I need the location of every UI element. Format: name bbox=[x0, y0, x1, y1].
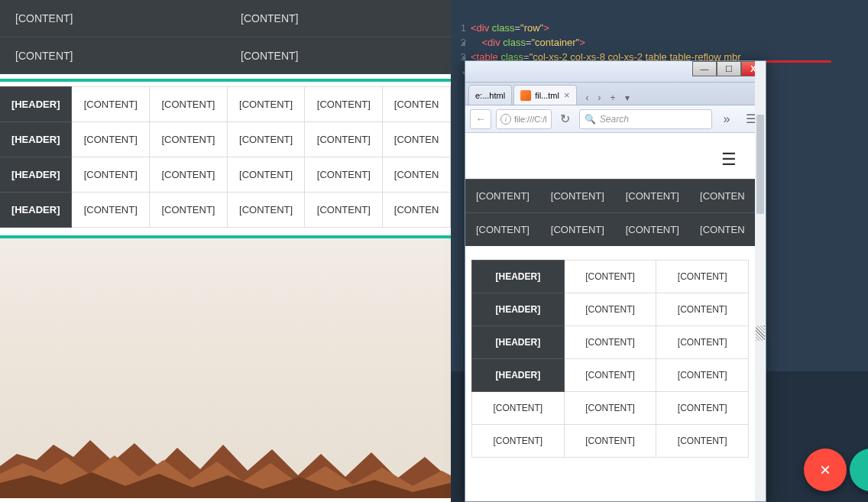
table-row: [CONTENT][CONTENT] bbox=[0, 0, 451, 37]
scrollbar-thumb[interactable] bbox=[756, 115, 764, 214]
info-icon[interactable]: i bbox=[500, 114, 511, 125]
mini-light-table: [HEADER][CONTENT][CONTENT] [HEADER][CONT… bbox=[471, 260, 749, 458]
cell: [CONTENT] bbox=[0, 37, 225, 75]
scrollbar-hatch-icon bbox=[756, 325, 765, 341]
tab-inactive[interactable]: e:...html bbox=[468, 85, 512, 105]
address-bar[interactable]: ifile:///C:/l bbox=[496, 109, 552, 129]
tab-label: e:...html bbox=[475, 91, 505, 100]
search-icon: 🔍 bbox=[585, 114, 596, 125]
back-button[interactable]: ← bbox=[470, 109, 491, 129]
table-row: [CONTENT][CONTENT][CONTENT][CONTEN bbox=[465, 213, 755, 247]
favicon-icon bbox=[520, 90, 531, 101]
refresh-button[interactable]: ↻ bbox=[556, 109, 575, 129]
search-placeholder: Search bbox=[600, 114, 629, 125]
left-preview-page: [CONTENT][CONTENT] [CONTENT][CONTENT] [H… bbox=[0, 0, 451, 502]
table-row: [HEADER][CONTENT][CONTENT][CONTENT][CONT… bbox=[0, 87, 451, 122]
scrollbar[interactable] bbox=[755, 61, 766, 501]
nav-toolbar: ← ifile:///C:/l ↻ 🔍Search » ☰ bbox=[465, 105, 766, 133]
table-row: [HEADER][CONTENT][CONTENT] bbox=[472, 326, 749, 359]
tab-history-back-icon[interactable]: ‹ bbox=[583, 91, 592, 105]
table-row: [HEADER][CONTENT][CONTENT][CONTENT][CONT… bbox=[0, 157, 451, 193]
browser-window: — ☐ X e:...html fil...tml× ‹ › + ▾ ← ifi… bbox=[465, 60, 766, 502]
minimize-button[interactable]: — bbox=[692, 61, 717, 76]
table-row: [CONTENT][CONTENT][CONTENT] bbox=[472, 392, 749, 425]
tab-label: fil...tml bbox=[535, 91, 559, 100]
tab-close-icon[interactable]: × bbox=[564, 89, 570, 101]
overflow-button[interactable]: » bbox=[717, 109, 737, 129]
table-row: [CONTENT][CONTENT][CONTENT] bbox=[472, 425, 749, 458]
rocks-illustration bbox=[0, 406, 451, 498]
cell: [CONTENT] bbox=[0, 0, 225, 37]
table-row: [CONTENT][CONTENT] bbox=[0, 37, 451, 75]
fab-close-button[interactable]: × bbox=[804, 449, 847, 491]
new-tab-icon[interactable]: + bbox=[607, 91, 619, 105]
cell: [CONTENT] bbox=[225, 0, 451, 37]
code-gutter: 1 ▾ 2 ▾ 3 ▾ bbox=[455, 21, 466, 64]
mini-dark-table: [CONTENT][CONTENT][CONTENT][CONTEN [CONT… bbox=[465, 179, 755, 246]
table-row: [HEADER][CONTENT][CONTENT][CONTENT][CONT… bbox=[0, 193, 451, 228]
hamburger-icon[interactable]: ☰ bbox=[721, 150, 737, 170]
url-text: file:///C:/l bbox=[514, 115, 547, 124]
table-row: [HEADER][CONTENT][CONTENT] bbox=[472, 293, 749, 326]
table-row: [HEADER][CONTENT][CONTENT][CONTENT][CONT… bbox=[0, 122, 451, 157]
header-cell: [HEADER] bbox=[0, 157, 72, 193]
header-cell: [HEADER] bbox=[0, 122, 72, 157]
titlebar[interactable]: — ☐ X bbox=[465, 61, 766, 83]
table-row: [HEADER][CONTENT][CONTENT] bbox=[472, 359, 749, 392]
tab-history-fwd-icon[interactable]: › bbox=[595, 91, 604, 105]
page-content: ☰ [CONTENT][CONTENT][CONTENT][CONTEN [CO… bbox=[465, 133, 755, 501]
header-cell: [HEADER] bbox=[0, 87, 72, 122]
cell: [CONTENT] bbox=[225, 37, 451, 75]
table-row: [CONTENT][CONTENT][CONTENT][CONTEN bbox=[465, 180, 755, 213]
code-content[interactable]: <div class="row"> <div class="container"… bbox=[471, 21, 741, 64]
header-cell: [HEADER] bbox=[0, 193, 72, 228]
table-row: [HEADER][CONTENT][CONTENT] bbox=[472, 261, 749, 293]
tab-bar: e:...html fil...tml× ‹ › + ▾ bbox=[465, 83, 766, 105]
maximize-button[interactable]: ☐ bbox=[717, 61, 741, 76]
dark-table: [CONTENT][CONTENT] [CONTENT][CONTENT] bbox=[0, 0, 451, 74]
light-table: [HEADER][CONTENT][CONTENT][CONTENT][CONT… bbox=[0, 86, 451, 228]
search-input[interactable]: 🔍Search bbox=[579, 109, 712, 129]
tab-active[interactable]: fil...tml× bbox=[513, 85, 576, 105]
teal-divider bbox=[0, 79, 451, 82]
tab-menu-icon[interactable]: ▾ bbox=[622, 91, 633, 105]
hero-image bbox=[0, 238, 451, 498]
